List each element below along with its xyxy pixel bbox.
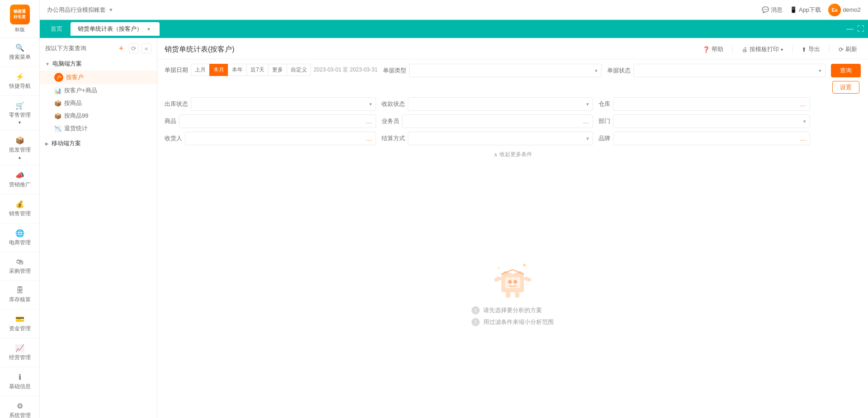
warehouse-label: 仓库 [599, 100, 610, 108]
date-tab-7days[interactable]: 近7天 [246, 64, 268, 76]
print-dropdown-icon: ▾ [781, 47, 783, 52]
date-range-display: 2023-03-01 至 2023-03-31 [314, 66, 377, 74]
left-panel-actions: + ⟳ « [116, 43, 151, 53]
payment-input[interactable]: ▾ [408, 97, 593, 111]
search-icon: 🔍 [15, 43, 24, 52]
settlement-input[interactable]: ▾ [408, 132, 593, 145]
top-header: 办公用品行业模拟账套 ▾ 💬 消息 📱 App下载 Ea demo2 [40, 0, 868, 20]
sidebar-item-basic[interactable]: ℹ 基础信息 [0, 367, 39, 396]
salesperson-input[interactable]: … [402, 114, 593, 128]
receiver-input[interactable]: … [185, 132, 376, 145]
app-download-btn[interactable]: 📱 App下载 [790, 6, 821, 14]
settlement-filter: 结算方式 ▾ [382, 132, 593, 145]
svg-rect-5 [524, 276, 532, 282]
outbound-chevron: ▾ [369, 101, 372, 107]
brand-label: 品牌 [599, 134, 610, 142]
sidebar-item-shortcut[interactable]: ⚡ 快捷导航 [0, 67, 39, 96]
user-menu[interactable]: Ea demo2 [828, 4, 861, 16]
tree-item-by-customer[interactable]: 户 按客户 [40, 71, 157, 84]
tree-item-by-goods[interactable]: 📦 按商品 [40, 97, 157, 109]
sidebar-item-wholesale[interactable]: 📦 批发管理 ▲ [0, 131, 39, 166]
print-btn[interactable]: 🖨 按模板打印 ▾ [738, 43, 787, 55]
sidebar-item-search[interactable]: 🔍 搜索菜单 [0, 38, 39, 67]
chevron-up-icon: ▲ [18, 155, 22, 160]
tip-text-2: 用过滤条件来缩小分析范围 [483, 318, 554, 326]
sidebar-item-finance[interactable]: 💳 资金管理 [0, 309, 39, 338]
collapse-panel-btn[interactable]: « [142, 43, 151, 53]
date-tab-custom[interactable]: 自定义 [287, 64, 311, 76]
page-title: 销货单统计表(按客户) [165, 45, 235, 54]
order-type-input[interactable]: ▾ [409, 64, 601, 77]
date-tab-last-month[interactable]: 上月 [191, 64, 209, 76]
goods99-icon: 📦 [54, 113, 61, 119]
svg-text:✦: ✦ [522, 261, 527, 269]
department-chevron: ▾ [803, 119, 806, 124]
order-status-input[interactable]: ▾ [633, 64, 826, 77]
sidebar-item-purchase[interactable]: 🛍 采购管理 [0, 252, 39, 281]
svg-point-3 [514, 280, 517, 284]
tab-sales-stats[interactable]: 销货单统计表（按客户） × [71, 22, 160, 36]
brand-input[interactable]: … [613, 132, 810, 145]
date-tab-this-month[interactable]: 本月 [209, 64, 228, 76]
date-tab-this-year[interactable]: 本年 [228, 64, 246, 76]
date-tab-more[interactable]: 更多 [268, 64, 287, 76]
warehouse-input[interactable]: … [613, 97, 810, 111]
system-icon: ⚙ [17, 402, 23, 410]
header-dropdown-icon[interactable]: ▾ [109, 6, 113, 13]
sidebar-item-ecommerce[interactable]: 🌐 电商管理 [0, 223, 39, 252]
sidebar-item-operation[interactable]: 📈 经营管理 [0, 338, 39, 367]
sidebar-item-retail[interactable]: 🛒 零售管理 ▼ [0, 96, 39, 131]
filter-row-3: 商品 … 业务员 … 部门 ▾ [157, 111, 868, 128]
main-area: 办公用品行业模拟账套 ▾ 💬 消息 📱 App下载 Ea demo2 首页 销货… [40, 0, 868, 418]
inventory-icon: 🗄 [16, 286, 24, 294]
wholesale-icon: 📦 [15, 136, 24, 145]
logo-icon: 畅捷通好生意 [10, 5, 30, 24]
goods-input[interactable]: … [179, 114, 376, 128]
sidebar: 畅捷通好生意 标版 🔍 搜索菜单 ⚡ 快捷导航 🛒 零售管理 ▼ 📦 批发管理 … [0, 0, 40, 418]
payment-filter: 收款状态 ▾ [382, 97, 593, 111]
date-label: 单据日期 [165, 66, 188, 74]
tree-chevron-desktop: ▼ [45, 62, 50, 66]
tree-item-by-customer-goods[interactable]: 📊 按客户+商品 [40, 84, 157, 97]
department-input[interactable]: ▾ [613, 114, 810, 128]
print-icon: 🖨 [742, 46, 748, 53]
tree-group-mobile[interactable]: ▶ 移动端方案 [40, 137, 157, 150]
filter-row-1: 单据日期 上月 本月 本年 近7天 更多 自定义 2023-03-01 至 20… [157, 59, 868, 94]
query-button[interactable]: 查询 [831, 64, 861, 77]
message-btn[interactable]: 💬 消息 [762, 6, 783, 14]
help-btn[interactable]: ❓ 帮助 [699, 43, 727, 55]
tab-home[interactable]: 首页 [43, 22, 70, 36]
svg-rect-6 [506, 292, 510, 298]
logo[interactable]: 畅捷通好生意 标版 [0, 0, 39, 38]
svg-point-2 [508, 280, 512, 284]
sidebar-item-system[interactable]: ⚙ 系统管理 [0, 396, 39, 418]
add-scheme-btn[interactable]: + [116, 43, 126, 53]
divider3 [829, 46, 830, 53]
outbound-filter: 出库状态 ▾ [165, 97, 376, 111]
help-icon: ❓ [703, 46, 710, 53]
collapse-bar[interactable]: ∧ 收起更多条件 [157, 147, 868, 162]
left-panel-header: 按以下方案查询 + ⟳ « [40, 43, 157, 57]
goods-filter: 商品 … [165, 114, 376, 128]
refresh-btn[interactable]: ⟳ 刷新 [835, 43, 861, 55]
receiver-filter: 收货人 … [165, 132, 376, 145]
order-status-chevron: ▾ [819, 68, 821, 74]
tree-group-mobile-label: 移动端方案 [52, 139, 81, 147]
refresh-scheme-btn[interactable]: ⟳ [129, 43, 139, 53]
left-panel: 按以下方案查询 + ⟳ « ▼ 电脑端方案 户 按客户 📊 按客户+商品 [40, 38, 157, 418]
settings-button[interactable]: 设置 [832, 81, 859, 94]
tree-item-by-goods99[interactable]: 📦 按商品99 [40, 109, 157, 122]
export-btn[interactable]: ⬆ 导出 [798, 43, 824, 55]
tree-item-returns[interactable]: 📉 退货统计 [40, 122, 157, 135]
outbound-input[interactable]: ▾ [191, 97, 376, 111]
chevron-icon: ▼ [18, 120, 22, 125]
tab-close-btn[interactable]: × [145, 25, 152, 33]
tree-group-desktop[interactable]: ▼ 电脑端方案 [40, 57, 157, 71]
minimize-btn[interactable]: — [846, 25, 854, 33]
maximize-btn[interactable]: ⛶ [857, 25, 864, 33]
header-right: 💬 消息 📱 App下载 Ea demo2 [762, 4, 861, 16]
purchase-icon: 🛍 [16, 258, 24, 266]
sidebar-item-inventory[interactable]: 🗄 库存核算 [0, 281, 39, 309]
sidebar-item-sales[interactable]: 💰 销售管理 [0, 195, 39, 223]
sidebar-item-marketing[interactable]: 📣 营销推广 [0, 166, 39, 195]
